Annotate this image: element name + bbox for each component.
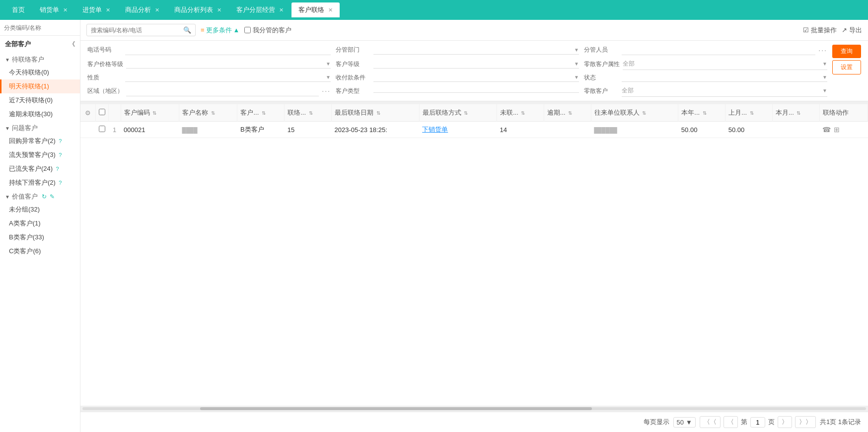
td-checkbox[interactable] <box>95 122 108 138</box>
nav-customer-tier[interactable]: 客户分层经营 ✕ <box>229 2 290 17</box>
filter-retail-attr: 零散客户属性 全部 ▼ <box>584 58 827 70</box>
export-btn[interactable]: ↗ 导出 <box>842 26 862 35</box>
sidebar-all-customers[interactable]: 全部客户 《 <box>0 36 80 53</box>
sidebar-item-repurchase-abnormal[interactable]: 回购异常客户(2) ? <box>0 134 80 148</box>
filter-panel: 电话号码 分管部门 ▼ 分管人员 <box>80 41 868 101</box>
th-last-contact-method: 最后联络方式 ⇅ <box>419 104 497 122</box>
filter-region-dots[interactable]: ··· <box>322 87 331 95</box>
filter-grade-select[interactable]: ▼ <box>373 60 579 69</box>
per-page-label: 每页显示 <box>644 418 669 427</box>
sidebar-item-tomorrow[interactable]: 明天待联络(1) <box>0 79 80 93</box>
nav-sales[interactable]: 销货单 ✕ <box>33 2 74 17</box>
td-this-year: 50.00 <box>678 122 725 138</box>
filter-price-grade-select[interactable]: ▼ <box>126 60 331 69</box>
sidebar-item-ungrouped[interactable]: 未分组(32) <box>0 203 80 216</box>
settings-button[interactable]: 设置 <box>832 60 861 74</box>
search-input[interactable] <box>91 27 181 34</box>
filter-dept-select[interactable]: ▼ <box>373 46 579 55</box>
page-number-input[interactable] <box>750 417 765 428</box>
sort-date-icon[interactable]: ⇅ <box>376 110 380 116</box>
filter-person-dots[interactable]: ··· <box>818 46 827 54</box>
sidebar-item-class-c[interactable]: C类客户(6) <box>0 244 80 258</box>
query-button[interactable]: 查询 <box>832 45 861 58</box>
filter-payment-select[interactable]: ▼ <box>373 73 579 82</box>
filter-retail-select[interactable]: 全部 ▼ <box>622 85 827 97</box>
search-right: ☑ 批量操作 ↗ 导出 <box>803 26 862 35</box>
export-icon: ↗ <box>842 26 847 34</box>
filter-nature-select[interactable]: ▼ <box>125 73 331 82</box>
phone-action-icon[interactable]: ☎ <box>822 126 831 134</box>
sidebar-item-declining[interactable]: 持续下滑客户(2) ? <box>0 176 80 190</box>
nav-purchase[interactable]: 进货单 ✕ <box>75 2 117 17</box>
filter-retail: 零散客户 全部 ▼ <box>584 85 827 97</box>
nav-analysis[interactable]: 商品分析 ✕ <box>118 2 166 17</box>
sidebar-item-class-a[interactable]: A类客户(1) <box>0 216 80 230</box>
first-page-btn[interactable]: 〈〈 <box>700 416 721 428</box>
filter-phone-input[interactable] <box>125 45 331 55</box>
horizontal-scrollbar[interactable] <box>80 406 868 412</box>
search-icon[interactable]: 🔍 <box>183 26 191 34</box>
nav-customer-contact[interactable]: 客户联络 ✕ <box>291 2 340 17</box>
close-customer-tier-icon[interactable]: ✕ <box>279 7 284 13</box>
close-purchase-icon[interactable]: ✕ <box>106 7 110 13</box>
th-row-num <box>108 104 121 122</box>
my-customers-input[interactable] <box>244 27 251 33</box>
prev-page-btn[interactable]: 〈 <box>723 416 738 428</box>
filter-nature: 性质 ▼ <box>87 73 331 82</box>
sort-year-icon[interactable]: ⇅ <box>703 110 707 116</box>
sidebar-item-class-b[interactable]: B类客户(33) <box>0 230 80 244</box>
last-contact-method-link[interactable]: 下销货单 <box>422 126 448 133</box>
nav-home[interactable]: 首页 <box>5 2 32 17</box>
sidebar-item-overdue-contact[interactable]: 逾期未联络(30) <box>0 107 80 121</box>
scrollbar-thumb[interactable] <box>200 407 592 410</box>
last-page-btn[interactable]: 〉〉 <box>795 416 816 428</box>
sidebar-item-lost[interactable]: 流失预警客户(3) ? <box>0 148 80 162</box>
select-all-checkbox[interactable] <box>99 109 105 115</box>
filter-status: 状态 ▼ <box>584 73 827 82</box>
sort-code-icon[interactable]: ⇅ <box>152 110 156 116</box>
table-body: 1 000021 ████ B类客户 15 <box>80 122 868 138</box>
close-analysis-table-icon[interactable]: ✕ <box>217 7 221 13</box>
filter-row-4: 区域（地区） ··· 客户类型 零散客户 <box>87 85 827 97</box>
sort-last-month-icon[interactable]: ⇅ <box>750 110 754 116</box>
chevron-up-icon: ▲ <box>233 26 240 34</box>
sidebar-search-input[interactable] <box>4 24 78 31</box>
sort-overdue-icon[interactable]: ⇅ <box>568 110 572 116</box>
sort-method-icon[interactable]: ⇅ <box>464 110 468 116</box>
more-conditions-btn[interactable]: ≡ 更多条件 ▲ <box>201 26 239 35</box>
sort-this-month-icon[interactable]: ⇅ <box>796 110 800 116</box>
sidebar-group-problem[interactable]: ▼ 问题客户 <box>0 121 80 134</box>
sidebar-group-pending[interactable]: ▼ 待联络客户 <box>0 53 80 66</box>
chevron-down-icon8: ▼ <box>822 88 827 93</box>
close-customer-contact-icon[interactable]: ✕ <box>328 7 333 13</box>
close-sales-icon[interactable]: ✕ <box>63 7 68 13</box>
sidebar-group-value[interactable]: ▼ 价值客户 ↻ ✎ <box>0 190 80 203</box>
filter-status-select[interactable]: ▼ <box>622 73 827 82</box>
filter-retail-attr-select[interactable]: 全部 ▼ <box>623 58 827 70</box>
sort-name-icon[interactable]: ⇅ <box>211 110 215 116</box>
my-customers-checkbox[interactable]: 我分管的客户 <box>244 26 291 35</box>
sidebar-item-today[interactable]: 今天待联络(0) <box>0 66 80 79</box>
batch-ops-btn[interactable]: ☑ 批量操作 <box>803 26 837 35</box>
sort-type-icon[interactable]: ⇅ <box>262 110 266 116</box>
chevron-down-icon2: ▼ <box>326 61 331 67</box>
th-not-contacted: 未联... ⇅ <box>497 104 544 122</box>
sidebar-item-churned[interactable]: 已流失客户(24) ? <box>0 162 80 176</box>
close-analysis-icon[interactable]: ✕ <box>155 7 159 13</box>
filter-phone-label: 电话号码 <box>87 46 122 54</box>
sort-contact-person-icon[interactable]: ⇅ <box>642 110 646 116</box>
sort-contact-icon[interactable]: ⇅ <box>309 110 313 116</box>
filter-customer-type-select[interactable] <box>373 89 579 93</box>
next-page-btn[interactable]: 〉 <box>778 416 792 428</box>
filter-region-input[interactable] <box>126 86 319 96</box>
nav-analysis-table[interactable]: 商品分析列表 ✕ <box>167 2 228 17</box>
refresh-icon[interactable]: ↻ <box>42 193 47 200</box>
sort-not-contacted-icon[interactable]: ⇅ <box>521 110 525 116</box>
grid-action-icon[interactable]: ⊞ <box>834 126 840 134</box>
edit-icon[interactable]: ✎ <box>50 193 55 200</box>
per-page-select[interactable]: 50 ▼ <box>673 417 696 428</box>
filter-person-input[interactable] <box>622 45 815 55</box>
row-checkbox[interactable] <box>99 126 105 132</box>
td-gear <box>80 122 95 138</box>
sidebar-item-week7[interactable]: 近7天待联络(0) <box>0 93 80 107</box>
